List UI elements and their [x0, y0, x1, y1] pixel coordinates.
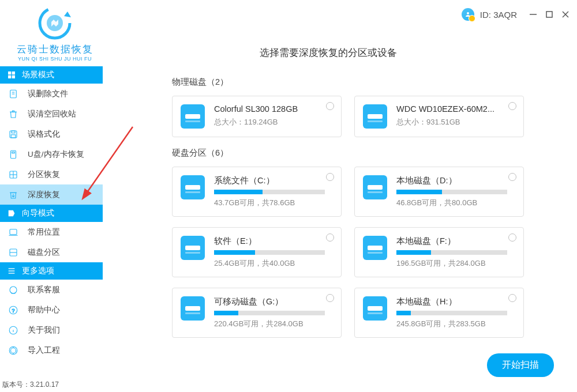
svg-point-0	[467, 12, 469, 14]
disk-title: WDC WD10EZEX-60M2...	[396, 104, 514, 114]
sidebar-item-deleted-files[interactable]: 误删除文件	[0, 84, 103, 104]
sidebar-item-partition-recovery[interactable]: 分区恢复	[0, 164, 103, 184]
svg-rect-17	[11, 134, 16, 137]
app-logo: 云骑士数据恢复 YUN QI SHI SHU JU HUI FU	[12, 6, 98, 62]
deep-recovery-icon	[8, 190, 18, 200]
sidebar-header-label: 向导模式	[22, 208, 54, 218]
svg-rect-8	[8, 71, 11, 74]
section-physical-label: 物理磁盘（2）	[172, 77, 554, 88]
radio-icon[interactable]	[326, 102, 334, 110]
close-button[interactable]	[560, 9, 571, 20]
svg-marker-6	[64, 12, 71, 17]
page-title: 选择需要深度恢复的分区或设备	[103, 46, 554, 59]
partition-card[interactable]: 本地磁盘（H:） 245.8GB可用，共283.5GB	[354, 288, 524, 338]
disk-size: 总大小：119.24GB	[214, 117, 332, 127]
usage-bar	[214, 311, 325, 315]
main-panel: 选择需要深度恢复的分区或设备 物理磁盘（2） Colorful SL300 12…	[103, 35, 577, 392]
trash-icon	[8, 109, 18, 119]
partition-usage: 220.4GB可用，共284.0GB	[214, 319, 332, 329]
sidebar-item-label: 误格式化	[28, 129, 60, 140]
sidebar-item-label: 误清空回收站	[28, 109, 76, 119]
sidebar-header-wizard[interactable]: 向导模式	[0, 205, 103, 222]
svg-rect-16	[12, 131, 15, 133]
usage-bar	[396, 311, 507, 315]
usb-icon	[8, 149, 18, 160]
disk-title: Colorful SL300 128GB	[214, 104, 332, 114]
partition-usage: 46.8GB可用，共80.0GB	[396, 198, 514, 208]
headset-icon	[8, 285, 18, 295]
partition-card[interactable]: 可移动磁盘（G:） 220.4GB可用，共284.0GB	[172, 288, 342, 338]
sidebar-item-label: 常用位置	[28, 227, 60, 238]
drive-icon	[363, 236, 387, 260]
partition-card[interactable]: 本地磁盘（F:） 196.5GB可用，共284.0GB	[354, 227, 524, 277]
sidebar-header-more[interactable]: 更多选项	[0, 262, 103, 280]
sidebar-item-formatted[interactable]: 误格式化	[0, 124, 103, 144]
sidebar-item-help[interactable]: ? 帮助中心	[0, 300, 103, 320]
drive-icon	[181, 236, 205, 260]
section-partition-label: 硬盘分区（6）	[172, 148, 554, 159]
drive-icon	[181, 296, 205, 321]
maximize-button[interactable]	[544, 9, 555, 20]
physical-disk-card[interactable]: Colorful SL300 128GB 总大小：119.24GB	[172, 96, 342, 137]
help-icon: ?	[8, 305, 18, 315]
partition-icon	[8, 169, 18, 180]
sidebar-item-import[interactable]: 导入工程	[0, 340, 103, 360]
radio-icon[interactable]	[326, 294, 334, 302]
radio-icon[interactable]	[326, 233, 334, 242]
sidebar-item-label: 导入工程	[28, 345, 60, 356]
radio-icon[interactable]	[326, 173, 334, 181]
sidebar-item-deep-recovery[interactable]: 深度恢复	[0, 184, 103, 205]
app-subtitle: YUN QI SHI SHU JU HUI FU	[12, 56, 98, 62]
partition-title: 软件（E:）	[214, 236, 332, 247]
physical-disk-card[interactable]: WDC WD10EZEX-60M2... 总大小：931.51GB	[354, 96, 524, 137]
disk-icon	[8, 247, 18, 258]
sidebar-item-disk-partition[interactable]: 磁盘分区	[0, 242, 103, 262]
partition-card[interactable]: 软件（E:） 25.4GB可用，共40.0GB	[172, 227, 342, 277]
svg-text:?: ?	[12, 307, 14, 313]
usage-bar	[214, 250, 325, 255]
titlebar: ID: 3AQR	[462, 0, 577, 29]
save-icon	[8, 129, 18, 140]
radio-icon[interactable]	[508, 173, 516, 181]
svg-rect-9	[12, 71, 15, 74]
drive-icon	[363, 175, 387, 199]
minimize-button[interactable]	[527, 9, 539, 20]
sidebar-item-label: 联系客服	[28, 285, 60, 295]
sidebar-item-label: 关于我们	[28, 325, 60, 336]
sidebar-item-label: U盘/内存卡恢复	[28, 149, 84, 160]
sidebar-item-recycle-bin[interactable]: 误清空回收站	[0, 104, 103, 124]
sidebar-header-label: 场景模式	[22, 70, 54, 80]
svg-point-36	[11, 348, 16, 353]
svg-rect-2	[546, 12, 552, 17]
sidebar-item-label: 帮助中心	[28, 305, 60, 315]
partition-card[interactable]: 本地磁盘（D:） 46.8GB可用，共80.0GB	[354, 167, 524, 217]
drive-icon	[363, 296, 387, 321]
sidebar-item-contact[interactable]: 联系客服	[0, 280, 103, 300]
sidebar-item-label: 磁盘分区	[28, 247, 60, 258]
sidebar-item-about[interactable]: 关于我们	[0, 320, 103, 340]
radio-icon[interactable]	[508, 233, 516, 242]
radio-icon[interactable]	[508, 102, 516, 110]
drive-icon	[181, 175, 205, 199]
sidebar-item-usb-recovery[interactable]: U盘/内存卡恢复	[0, 144, 103, 164]
partition-usage: 43.7GB可用，共78.6GB	[214, 198, 332, 208]
svg-rect-10	[8, 76, 11, 78]
partition-title: 可移动磁盘（G:）	[214, 296, 332, 307]
svg-rect-11	[12, 76, 15, 78]
sidebar-item-label: 分区恢复	[28, 169, 60, 180]
sidebar: 场景模式 误删除文件 误清空回收站 误格式化 U盘/内存卡恢复 分区恢复 深度恢…	[0, 66, 103, 380]
start-scan-button[interactable]: 开始扫描	[487, 353, 554, 377]
file-icon	[8, 89, 18, 99]
radio-icon[interactable]	[508, 294, 516, 302]
partition-card[interactable]: 系统文件（C:） 43.7GB可用，共78.6GB	[172, 167, 342, 217]
usage-bar	[214, 190, 325, 194]
version-label: 版本号：3.21.0.17	[2, 380, 59, 390]
partition-usage: 196.5GB可用，共284.0GB	[396, 258, 514, 269]
svg-rect-23	[10, 229, 17, 234]
drive-icon	[181, 104, 205, 129]
sidebar-header-scene[interactable]: 场景模式	[0, 66, 103, 84]
sidebar-item-label: 深度恢复	[28, 190, 60, 200]
user-id-icon	[462, 8, 474, 21]
import-icon	[8, 345, 18, 356]
sidebar-item-common-location[interactable]: 常用位置	[0, 222, 103, 242]
